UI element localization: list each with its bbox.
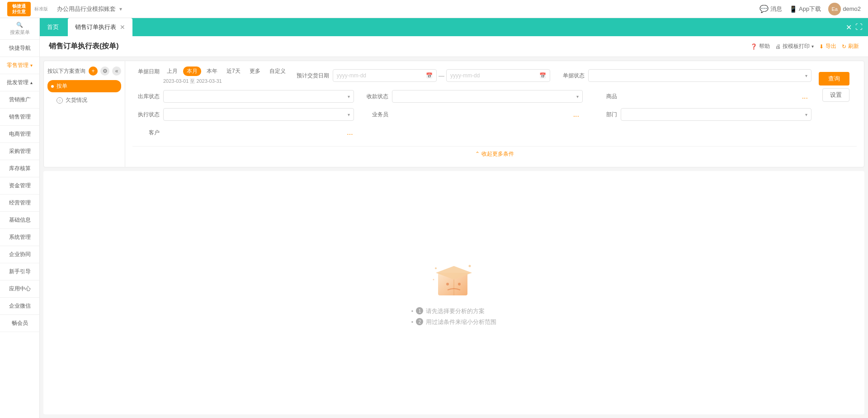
collapse-scheme-button[interactable]: «	[112, 66, 121, 76]
exec-arrow: ▾	[348, 112, 350, 117]
expected-date-label: 预计交货日期	[297, 72, 329, 80]
sidebar-item-marketing[interactable]: 营销推广	[0, 91, 39, 109]
filter-row-3: 执行状态 ▾ 业务员 .	[132, 108, 811, 121]
expected-date-from[interactable]: yyyy-mm-dd 📅	[333, 69, 437, 82]
sidebar-search[interactable]: 🔍 搜索菜单	[0, 18, 39, 40]
sidebar-weixin-label: 企业微信	[9, 303, 31, 309]
sidebar-item-system[interactable]: 系统管理	[0, 229, 39, 246]
print-icon: 🖨	[775, 43, 781, 50]
export-button[interactable]: ⬇ 导出	[819, 43, 836, 50]
app-icon: 📱	[789, 5, 797, 13]
tab-close-icon[interactable]: ✕	[120, 24, 125, 31]
date-tab-more[interactable]: 更多	[246, 66, 264, 76]
exec-status-label: 执行状态	[132, 111, 160, 119]
sub-item-backorder[interactable]: ○ 欠货情况	[47, 94, 121, 106]
customer-dots[interactable]: ...	[347, 128, 353, 137]
sidebar-item-purchase[interactable]: 采购管理	[0, 143, 39, 160]
doc-status-select[interactable]: ▾	[588, 69, 811, 82]
tab-home[interactable]: 首页	[40, 18, 66, 36]
tab-sales-exec[interactable]: 销售订单执行表 ✕	[68, 18, 132, 36]
sidebar-item-finance[interactable]: 资金管理	[0, 177, 39, 195]
date-tab-this-month[interactable]: 本月	[183, 66, 201, 76]
refresh-button[interactable]: ↻ 刷新	[842, 43, 859, 50]
sidebar-appstore-label: 应用中心	[9, 285, 31, 292]
hint-1-text: 请先选择要分析的方案	[426, 307, 485, 315]
doc-date-label: 单据日期	[132, 68, 160, 76]
brand-text: 畅捷通好生意	[12, 4, 26, 14]
sidebar-item-guide[interactable]: 新手引导	[0, 263, 39, 280]
sidebar-item-retail[interactable]: 零售管理 ▾	[0, 57, 39, 74]
window-expand-icon[interactable]: ⛶	[855, 23, 863, 31]
chevron-up-icon: ▴	[30, 80, 33, 85]
hint-2-num: 2	[416, 318, 423, 325]
sidebar-item-shortcut[interactable]: 快捷导航	[0, 40, 39, 57]
sidebar-item-wholesale[interactable]: 批发管理 ▴	[0, 74, 39, 91]
doc-date-group: 单据日期 上月 本月 本年 近7天 更多	[132, 66, 289, 85]
print-arrow-icon: ▾	[811, 44, 814, 49]
tabbar: 首页 销售订单执行表 ✕ ✕ ⛶	[40, 18, 868, 36]
filter-row-1-wrapper: 单据日期 上月 本月 本年 近7天 更多	[132, 66, 857, 144]
add-scheme-button[interactable]: +	[89, 66, 98, 76]
chevron-down-icon: ▾	[30, 63, 33, 68]
query-button[interactable]: 查询	[819, 72, 849, 86]
collapse-text: 收起更多条件	[481, 151, 514, 157]
print-button[interactable]: 🖨 按模板打印 ▾	[775, 43, 814, 50]
sidebar-item-member[interactable]: 畅会员	[0, 315, 39, 332]
salesperson-select[interactable]: ...	[392, 108, 583, 121]
help-button[interactable]: ❓ 帮助	[750, 43, 770, 50]
window-close-icon[interactable]: ✕	[846, 23, 852, 32]
customer-label: 客户	[132, 129, 160, 137]
expected-date-to[interactable]: yyyy-mm-dd 📅	[446, 69, 550, 82]
sidebar-guide-label: 新手引导	[9, 268, 31, 275]
sidebar-item-inventory[interactable]: 库存核算	[0, 160, 39, 177]
sidebar-item-sales[interactable]: 销售管理	[0, 109, 39, 126]
date-tab-last-month[interactable]: 上月	[163, 66, 181, 76]
filter-row-1: 单据日期 上月 本月 本年 近7天 更多	[132, 66, 811, 85]
sidebar-search-label: 搜索菜单	[2, 29, 38, 36]
export-icon: ⬇	[819, 43, 824, 50]
payment-status-select[interactable]: ▾	[392, 90, 583, 103]
app-download-button[interactable]: 📱 App下载	[789, 5, 821, 13]
dept-arrow: ▾	[805, 112, 807, 117]
filter-action-col: 查询 设置	[811, 66, 857, 144]
customer-select[interactable]: ...	[163, 126, 357, 139]
filter-container: 按以下方案查询 + ⚙ « 按单 ○	[43, 61, 864, 167]
message-button[interactable]: 💬 消息	[760, 5, 782, 13]
user-profile[interactable]: Ea demo2	[828, 3, 861, 15]
sidebar-item-weixin[interactable]: 企业微信	[0, 298, 39, 315]
settings-button[interactable]: 设置	[822, 88, 849, 102]
tabbar-right: ✕ ⛶	[846, 23, 868, 32]
date-separator: —	[439, 72, 444, 79]
exec-status-select[interactable]: ▾	[163, 108, 354, 121]
empty-hint-2: 2 用过滤条件来缩小分析范围	[411, 318, 497, 326]
goods-select[interactable]: ...	[621, 90, 811, 103]
expected-date-inputs: yyyy-mm-dd 📅 — yyyy-mm-dd 📅	[333, 69, 551, 82]
topbar: 畅捷通好生意 标准版 办公用品行业模拟账套 ▾ 💬 消息 📱 App下载 Ea …	[0, 0, 868, 18]
sidebar-item-corp[interactable]: 企业协同	[0, 246, 39, 263]
date-tabs: 上月 本月 本年 近7天 更多 自定义	[163, 66, 289, 76]
page-actions: ❓ 帮助 🖨 按模板打印 ▾ ⬇ 导出 ↻ 刷新	[750, 43, 859, 50]
sidebar-item-appstore[interactable]: 应用中心	[0, 280, 39, 298]
edit-scheme-button[interactable]: ⚙	[100, 66, 109, 76]
goods-group: 商品 ...	[590, 90, 811, 103]
sidebar-corp-label: 企业协同	[9, 251, 31, 257]
date-tab-custom[interactable]: 自定义	[266, 66, 289, 76]
sub-item-label: 欠货情况	[66, 96, 87, 104]
sidebar-item-operations[interactable]: 经营管理	[0, 195, 39, 212]
sidebar-item-basic[interactable]: 基础信息	[0, 212, 39, 229]
sidebar: 🔍 搜索菜单 快捷导航 零售管理 ▾ 批发管理 ▴ 营销推广 销售管理 电商管理…	[0, 18, 40, 418]
delivery-status-select[interactable]: ▾	[163, 90, 354, 103]
scheme-item-active[interactable]: 按单	[47, 80, 121, 92]
doc-status-label: 单据状态	[557, 72, 585, 80]
date-tab-this-year[interactable]: 本年	[203, 66, 221, 76]
page-title-arrow[interactable]: ▾	[119, 6, 122, 12]
filter-scheme-title: 按以下方案查询	[47, 67, 85, 75]
collapse-bar[interactable]: ⌃ 收起更多条件	[132, 146, 857, 162]
dept-select[interactable]: ▾	[621, 108, 811, 121]
help-icon: ❓	[750, 43, 757, 50]
date-tab-7days[interactable]: 近7天	[223, 66, 244, 76]
goods-dots[interactable]: ...	[802, 92, 808, 100]
salesperson-dots[interactable]: ...	[573, 110, 579, 119]
delivery-status-label: 出库状态	[132, 93, 160, 100]
sidebar-item-ecommerce[interactable]: 电商管理	[0, 126, 39, 143]
